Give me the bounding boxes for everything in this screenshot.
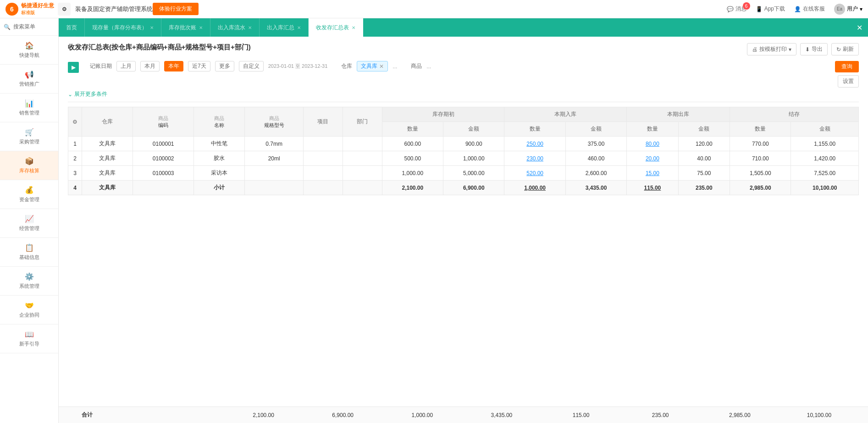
goods-more[interactable]: ... xyxy=(426,63,431,70)
sidebar-search-label: 搜索菜单 xyxy=(13,23,35,31)
row-out-qty[interactable]: 15.00 xyxy=(627,166,678,181)
row-in-qty[interactable]: 520.00 xyxy=(504,166,565,181)
col-spec-header: 商品规格型号 xyxy=(245,107,304,137)
tab-summary[interactable]: 出入库汇总 ✕ xyxy=(260,18,309,37)
table-row: 2 文具库 0100002 胶水 20ml 500.00 1,000.00 23… xyxy=(68,151,859,166)
col-bal-amt-header: 金额 xyxy=(791,122,859,137)
tab-close-batch-ledger[interactable]: ✕ xyxy=(199,25,203,30)
row-bal-amt: 1,155.00 xyxy=(791,137,859,151)
row-project xyxy=(304,181,343,195)
col-settings-header[interactable]: ⚙ xyxy=(68,107,82,137)
total-open-amt: 6,900.00 xyxy=(303,412,382,418)
col-out-qty-header: 数量 xyxy=(627,122,678,137)
sidebar-item-basic-info[interactable]: 📋 基础信息 xyxy=(0,238,58,267)
message-link[interactable]: 💬 消息 6 xyxy=(727,5,746,13)
tab-close-summary[interactable]: ✕ xyxy=(297,25,301,30)
date-more-btn[interactable]: 更多 xyxy=(215,61,234,71)
row-out-qty: 115.00 xyxy=(627,181,678,195)
close-all-tabs[interactable]: ✕ xyxy=(851,23,868,32)
row-open-amt: 1,000.00 xyxy=(443,151,504,166)
sales-icon: 📊 xyxy=(25,99,34,108)
row-spec: 20ml xyxy=(245,151,304,166)
row-in-amt: 2,600.00 xyxy=(565,166,626,181)
sidebar-item-enterprise[interactable]: 🤝 企业协同 xyxy=(0,296,58,324)
print-icon: 🖨 xyxy=(752,46,757,53)
date-7days-btn[interactable]: 近7天 xyxy=(188,61,210,71)
col-in-header: 本期入库 xyxy=(504,107,627,122)
tab-close-recv-send[interactable]: ✕ xyxy=(352,25,355,30)
row-bal-amt: 10,100.00 xyxy=(791,181,859,195)
refresh-icon: ↻ xyxy=(836,46,841,53)
finance-icon: 💰 xyxy=(25,186,34,194)
sidebar-item-operations[interactable]: 📈 经营管理 xyxy=(0,209,58,238)
refresh-button[interactable]: ↻ 刷新 xyxy=(831,43,859,55)
row-out-qty[interactable]: 80.00 xyxy=(627,137,678,151)
row-in-qty: 1,000.00 xyxy=(504,181,565,195)
sidebar-item-finance[interactable]: 💰 资金管理 xyxy=(0,180,58,209)
enterprise-icon: 🤝 xyxy=(25,301,34,310)
table-row: 1 文具库 0100001 中性笔 0.7mm 600.00 900.00 25… xyxy=(68,137,859,151)
tab-flow[interactable]: 出入库流水 ✕ xyxy=(210,18,260,37)
date-this-year-btn[interactable]: 本年 xyxy=(164,61,183,71)
inventory-icon: 📦 xyxy=(25,157,34,165)
sidebar-item-system[interactable]: ⚙️ 系统管理 xyxy=(0,267,58,296)
tab-recv-send[interactable]: 收发存汇总表 ✕ xyxy=(309,18,363,37)
date-filter-label: 记账日期 xyxy=(90,62,112,70)
filter-toggle-btn[interactable]: ▶ xyxy=(68,62,79,73)
settings-gear-icon[interactable]: ⚙ xyxy=(58,3,71,16)
total-bal-amt: 10,100.00 xyxy=(780,412,859,418)
col-open-amt-header: 金额 xyxy=(443,122,504,137)
marketing-icon: 📢 xyxy=(25,70,34,79)
total-bal-qty: 2,985.00 xyxy=(700,412,780,418)
col-out-amt-header: 金额 xyxy=(678,122,730,137)
message-icon: 💬 xyxy=(727,6,734,12)
avatar: Ea xyxy=(834,4,845,15)
tab-close-flow[interactable]: ✕ xyxy=(248,25,252,30)
tab-home[interactable]: 首页 xyxy=(59,18,85,37)
page-title: 收发存汇总表(按仓库+商品编码+商品+规格型号+项目+部门) xyxy=(68,43,251,52)
warehouse-tag[interactable]: 文具库 ✕ xyxy=(357,61,388,71)
goods-filter-label: 商品 xyxy=(411,62,422,70)
experience-btn[interactable]: 体验行业方案 xyxy=(153,3,199,15)
row-in-qty[interactable]: 250.00 xyxy=(504,137,565,151)
sidebar-item-purchase[interactable]: 🛒 采购管理 xyxy=(0,122,58,151)
sidebar-item-guide[interactable]: 📖 新手引导 xyxy=(0,324,58,353)
row-bal-amt: 1,420.00 xyxy=(791,151,859,166)
row-warehouse: 文具库 xyxy=(82,166,133,181)
date-custom-btn[interactable]: 自定义 xyxy=(239,61,264,71)
row-dept xyxy=(343,151,382,166)
row-open-amt: 5,000.00 xyxy=(443,166,504,181)
row-bal-qty: 1,505.00 xyxy=(730,166,791,181)
expand-more-btn[interactable]: ⌄ 展开更多条件 xyxy=(68,90,859,98)
setting-button[interactable]: 设置 xyxy=(838,75,859,88)
date-this-month-btn[interactable]: 本月 xyxy=(140,61,160,71)
col-bal-qty-header: 数量 xyxy=(730,122,791,137)
date-last-month-btn[interactable]: 上月 xyxy=(116,61,136,71)
tab-batch-ledger[interactable]: 库存批次账 ✕ xyxy=(161,18,210,37)
row-in-qty[interactable]: 230.00 xyxy=(504,151,565,166)
query-button[interactable]: 查询 xyxy=(835,61,859,72)
col-warehouse-header: 仓库 xyxy=(82,107,133,137)
sidebar-item-search-menu[interactable]: 🔍 搜索菜单 xyxy=(0,18,58,36)
row-open-amt: 6,900.00 xyxy=(443,181,504,195)
system-name: 装备及固定资产辅助管理系统 xyxy=(75,5,153,13)
tab-close-stock-dist[interactable]: ✕ xyxy=(150,25,154,30)
sidebar-item-quick-nav[interactable]: 🏠 快捷导航 xyxy=(0,36,58,65)
warehouse-tag-remove[interactable]: ✕ xyxy=(379,63,384,70)
total-in-qty: 1,000.00 xyxy=(382,412,462,418)
export-button[interactable]: ⬇ 导出 xyxy=(800,43,828,55)
print-button[interactable]: 🖨 按模板打印 ▾ xyxy=(747,43,796,55)
online-service-link[interactable]: 👤 在线客服 xyxy=(794,5,825,13)
row-out-qty[interactable]: 20.00 xyxy=(627,151,678,166)
sidebar-item-marketing[interactable]: 📢 营销推广 xyxy=(0,65,58,93)
row-in-amt: 375.00 xyxy=(565,137,626,151)
user-menu[interactable]: Ea 用户 ▾ xyxy=(834,4,862,15)
tab-stock-dist[interactable]: 现存量（库存分布表） ✕ xyxy=(85,18,161,37)
col-dept-header: 部门 xyxy=(343,107,382,137)
row-no: 1 xyxy=(68,137,82,151)
warehouse-more[interactable]: ... xyxy=(393,63,397,70)
app-download-link[interactable]: 📱 App下载 xyxy=(756,5,785,13)
sidebar-item-sales[interactable]: 📊 销售管理 xyxy=(0,93,58,122)
sidebar-item-inventory[interactable]: 📦 库存核算 xyxy=(0,151,58,180)
row-dept xyxy=(343,137,382,151)
